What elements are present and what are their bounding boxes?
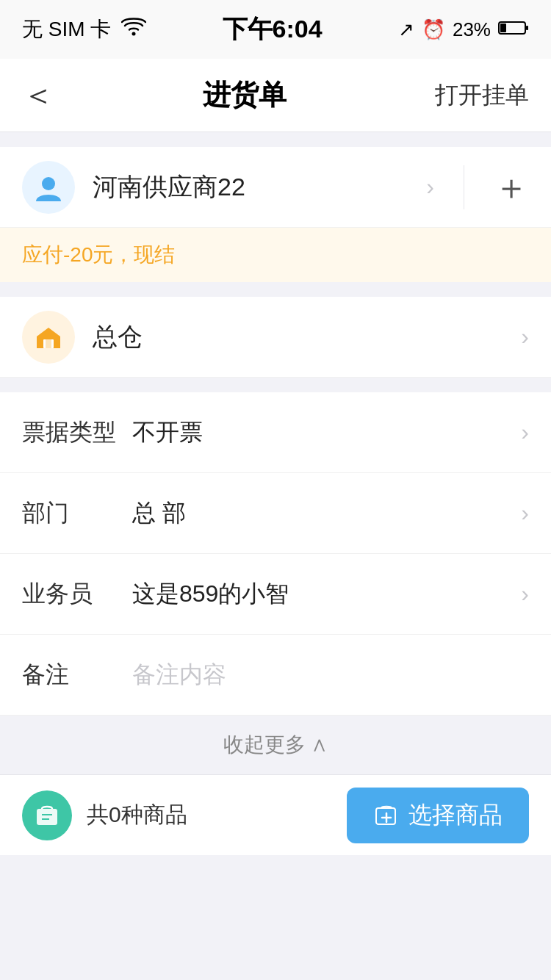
ticket-type-value: 不开票 — [125, 417, 521, 449]
department-row[interactable]: 部门 总 部 › — [0, 473, 551, 554]
supplier-name: 河南供应商22 — [93, 170, 426, 204]
bottom-content-area — [0, 855, 551, 980]
warehouse-icon — [22, 311, 75, 364]
product-count-icon — [22, 790, 72, 840]
battery-icon — [498, 18, 529, 41]
section-gap-1 — [0, 132, 551, 147]
svg-rect-7 — [37, 809, 57, 825]
section-gap-2 — [0, 282, 551, 297]
supplier-section: 河南供应商22 › ＋ 应付-20元，现结 — [0, 147, 551, 282]
department-label: 部门 — [22, 497, 125, 530]
bottom-bar: 共0种商品 选择商品 — [0, 774, 551, 855]
select-product-button[interactable]: 选择商品 — [347, 788, 529, 843]
warehouse-name: 总仓 — [93, 320, 521, 354]
alarm-icon: ⏰ — [422, 18, 445, 41]
notice-text: 应付-20元，现结 — [22, 243, 175, 266]
supplier-avatar — [22, 161, 75, 214]
collapse-row[interactable]: 收起更多 ∧ — [0, 716, 551, 774]
svg-rect-6 — [46, 339, 51, 348]
status-right: ↗ ⏰ 23% — [398, 18, 529, 41]
remark-row[interactable]: 备注 备注内容 — [0, 635, 551, 716]
ticket-type-chevron-icon: › — [521, 419, 529, 446]
salesman-value: 这是859的小智 — [125, 578, 521, 610]
page-title: 进货单 — [203, 76, 287, 114]
ticket-type-row[interactable]: 票据类型 不开票 › — [0, 392, 551, 473]
back-button[interactable]: ＜ — [22, 73, 54, 117]
collapse-label: 收起更多 ∧ — [223, 731, 328, 759]
select-product-label: 选择商品 — [408, 799, 503, 832]
warehouse-row[interactable]: 总仓 › — [0, 297, 551, 378]
form-section: 票据类型 不开票 › 部门 总 部 › 业务员 这是859的小智 › 备注 备注… — [0, 392, 551, 716]
warehouse-section: 总仓 › — [0, 297, 551, 378]
remark-input[interactable]: 备注内容 — [125, 659, 529, 691]
vertical-divider — [464, 165, 464, 209]
nav-bar: ＜ 进货单 打开挂单 — [0, 59, 551, 132]
department-chevron-icon: › — [521, 500, 529, 527]
section-gap-3 — [0, 378, 551, 392]
ticket-type-label: 票据类型 — [22, 417, 125, 449]
wifi-icon — [121, 17, 146, 42]
salesman-row[interactable]: 业务员 这是859的小智 › — [0, 554, 551, 635]
battery-percent: 23% — [453, 18, 491, 41]
carrier-text: 无 SIM 卡 — [22, 15, 111, 43]
svg-point-4 — [42, 177, 55, 190]
warehouse-chevron-icon: › — [521, 323, 529, 350]
add-supplier-button[interactable]: ＋ — [494, 164, 529, 211]
status-carrier: 无 SIM 卡 — [22, 15, 146, 43]
svg-point-0 — [132, 32, 136, 36]
product-count-text: 共0种商品 — [87, 800, 347, 830]
supplier-chevron-icon: › — [426, 173, 434, 201]
status-time: 下午6:04 — [223, 12, 323, 46]
svg-rect-2 — [500, 24, 506, 32]
department-value: 总 部 — [125, 497, 521, 530]
salesman-chevron-icon: › — [521, 580, 529, 608]
svg-rect-3 — [526, 26, 528, 30]
salesman-label: 业务员 — [22, 578, 125, 610]
open-pending-button[interactable]: 打开挂单 — [435, 79, 529, 112]
location-icon: ↗ — [398, 18, 414, 41]
notice-bar: 应付-20元，现结 — [0, 228, 551, 282]
select-product-icon — [373, 802, 400, 829]
remark-label: 备注 — [22, 659, 125, 691]
supplier-row[interactable]: 河南供应商22 › ＋ — [0, 147, 551, 228]
status-bar: 无 SIM 卡 下午6:04 ↗ ⏰ 23% — [0, 0, 551, 59]
